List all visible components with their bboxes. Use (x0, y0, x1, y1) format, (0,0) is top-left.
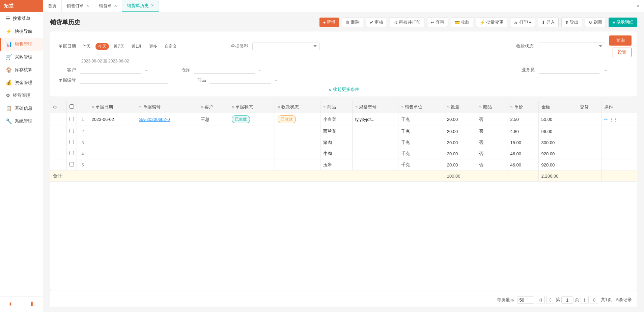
date-tab-more[interactable]: 更多 (146, 43, 160, 50)
print-button[interactable]: 🖨 打印 ▾ (510, 18, 535, 27)
sidebar-item-inventory-calc[interactable]: 🏠 库存核算 (0, 63, 43, 76)
row-qty: 20.00 (444, 113, 476, 126)
show-detail-button[interactable]: ≡ 显示明细 (609, 18, 637, 27)
filter-row-2: 客户 ··· 仓库 ··· 业务员 ··· (56, 66, 632, 74)
page-size-select[interactable]: 50 100 200 (517, 296, 534, 304)
col-unit[interactable]: ⇅ 销售单位 (398, 101, 444, 113)
page-prev-btn[interactable]: ⟨ (546, 296, 554, 304)
row-op: ✏⋮⋮ (601, 113, 637, 126)
col-doc-date[interactable]: ⇅ 单据日期 (89, 101, 136, 113)
col-goods[interactable]: ⇅ 商品 (320, 101, 352, 113)
row-checkbox-cell[interactable] (66, 126, 77, 137)
date-tab-today[interactable]: 今天 (95, 43, 109, 50)
col-doc-no[interactable]: ⇅ 单据编号 (136, 101, 198, 113)
sidebar-item-sys-mgmt[interactable]: 🔧 系统管理 (0, 115, 43, 128)
warehouse-input[interactable] (194, 66, 255, 74)
more-op-btn[interactable]: ⋮⋮ (610, 117, 618, 122)
col-checkbox[interactable] (66, 101, 77, 113)
sidebar-item-funds-mgmt[interactable]: 💰 资金管理 (0, 76, 43, 89)
page-next-btn[interactable]: ⟩ (581, 296, 589, 304)
customer-input[interactable] (80, 66, 141, 74)
collect-icon: 💳 (454, 20, 460, 25)
row-checkbox-cell[interactable] (66, 148, 77, 159)
agent-ellipsis[interactable]: ··· (604, 68, 607, 73)
agent-input[interactable] (539, 66, 599, 74)
goods-ellipsis[interactable]: ··· (275, 78, 279, 83)
import-button[interactable]: ⬇ 导入 (538, 18, 559, 27)
row-checkbox[interactable] (69, 129, 74, 133)
date-tab-yesterday[interactable]: 昨天 (80, 43, 93, 50)
batch-change-button[interactable]: ⚡ 批量变更 (476, 18, 507, 27)
tab-home[interactable]: 首页 (43, 0, 62, 12)
col-spec[interactable]: ⇅ 规格型号 (352, 101, 398, 113)
horizontal-scrollbar[interactable] (50, 290, 637, 293)
row-checkbox-cell[interactable] (66, 137, 77, 148)
refresh-button[interactable]: ↻ 刷新 (585, 18, 606, 27)
page-unit: 页 (575, 297, 579, 303)
sidebar-item-base-info[interactable]: 📋 基础信息 (0, 102, 43, 115)
query-button[interactable]: 查询 (609, 35, 632, 46)
row-checkbox[interactable] (69, 140, 74, 144)
col-settings[interactable]: ⚙ (50, 101, 66, 113)
tab-close-all[interactable]: ✕ (632, 3, 644, 8)
collect-button[interactable]: 💳 收款 (451, 18, 473, 27)
sidebar-item-quick-nav[interactable]: ⚡ 快捷导航 (0, 25, 43, 38)
export-button[interactable]: ⬆ 导出 (561, 18, 582, 27)
row-checkbox-cell[interactable] (66, 113, 77, 126)
row-checkbox-cell[interactable] (66, 159, 77, 171)
goods-input[interactable] (210, 76, 271, 84)
sidebar-item-search-menu[interactable]: ☰ 搜索菜单 (0, 12, 43, 25)
date-tab-1month[interactable]: 近1月 (129, 43, 145, 50)
row-amount: 50.00 (538, 113, 577, 126)
tab-sale-history[interactable]: 销货单历史 ✕ (122, 0, 159, 12)
row-checkbox[interactable] (69, 151, 74, 155)
row-doc-no[interactable]: SA-20230602-0 (136, 113, 198, 126)
doc-type-select[interactable] (252, 43, 320, 50)
sidebar-item-purchase-mgmt[interactable]: 🛒 采购管理 (0, 51, 43, 63)
abandon-button[interactable]: ↩ 弃审 (427, 18, 448, 27)
doc-no-link[interactable]: SA-20230602-0 (139, 117, 170, 122)
col-collect-status[interactable]: ⇅ 收款状态 (275, 101, 320, 113)
customer-ellipsis[interactable]: ··· (145, 68, 148, 73)
row-gift: 否 (476, 126, 507, 137)
row-spec (352, 159, 398, 171)
total-records: 共1页，5条记录 (601, 297, 632, 303)
collapse-btn[interactable]: ∧ 收起更多条件 (56, 86, 632, 93)
audit-button[interactable]: ✔ 审核 (366, 18, 387, 27)
set-button[interactable]: 设置 (613, 48, 632, 57)
row-checkbox[interactable] (69, 117, 74, 121)
col-customer[interactable]: ⇅ 客户 (198, 101, 229, 113)
page-last-btn[interactable]: ⟩⟩ (590, 296, 598, 304)
col-price[interactable]: ⇅ 单价 (507, 101, 538, 113)
page-first-btn[interactable]: ⟨⟨ (537, 296, 545, 304)
row-trade (577, 113, 601, 126)
funds-mgmt-icon: 💰 (6, 80, 12, 86)
col-qty[interactable]: ⇅ 数量 (444, 101, 476, 113)
doc-no-input[interactable] (80, 76, 168, 84)
select-all-checkbox[interactable] (69, 104, 74, 109)
summary-spacer (89, 171, 444, 182)
tab-sales-order[interactable]: 销售订单 ✕ (62, 0, 94, 12)
audit-print-button[interactable]: 🖨 审核并打印 (390, 18, 424, 27)
new-button[interactable]: + 新增 (319, 18, 339, 27)
warehouse-ellipsis[interactable]: ··· (259, 68, 263, 73)
delete-button[interactable]: 🗑 删除 (342, 18, 363, 27)
edit-op-btn[interactable]: ✏ (604, 117, 608, 122)
sidebar-item-ops-mgmt[interactable]: ⚙ 经营管理 (0, 89, 43, 102)
date-tab-custom[interactable]: 自定义 (162, 43, 179, 50)
collect-status-label: 收款状态 (513, 43, 534, 49)
collect-status-select[interactable] (538, 43, 605, 50)
sidebar-btn2[interactable]: ⏸ (26, 299, 38, 309)
tab-sale-goods-close[interactable]: ✕ (114, 4, 117, 8)
sidebar-btn1[interactable]: ☀ (5, 299, 16, 309)
tab-sale-history-close[interactable]: ✕ (151, 3, 154, 8)
date-tab-7days[interactable]: 近7天 (111, 43, 127, 50)
page-input[interactable] (561, 296, 573, 304)
sidebar: 拓堂 ☰ 搜索菜单 ⚡ 快捷导航 📊 销售管理 🛒 采购管理 🏠 库存核算 💰 … (0, 0, 43, 312)
tab-sale-goods[interactable]: 销货单 ✕ (94, 0, 122, 12)
sidebar-item-sales-mgmt[interactable]: 📊 销售管理 (0, 38, 43, 51)
row-checkbox[interactable] (69, 162, 74, 166)
tab-sales-order-close[interactable]: ✕ (86, 4, 89, 8)
col-doc-status[interactable]: ⇅ 单据状态 (229, 101, 275, 113)
col-gift[interactable]: ⇅ 赠品 (476, 101, 507, 113)
